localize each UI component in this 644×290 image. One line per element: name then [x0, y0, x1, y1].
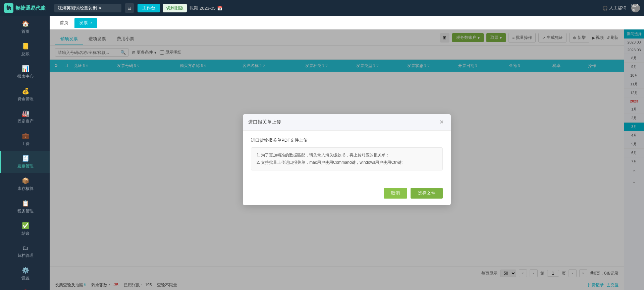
invoice-icon: 🧾: [22, 155, 29, 162]
home-icon: 🏠: [22, 20, 29, 27]
modal-close-button[interactable]: ✕: [437, 118, 445, 126]
modal-title: 进口报关单上传: [248, 119, 281, 125]
sidebar-item-inventory[interactable]: 📦 库存核算: [0, 173, 50, 196]
import-customs-modal: 进口报关单上传 ✕ 进口货物报关单PDF文件上传 1. 为了更加精准的数据匹配，…: [243, 114, 451, 205]
workspace-button[interactable]: 工作台: [138, 4, 160, 12]
logo-icon: 畅: [4, 3, 13, 13]
modal-overlay: 进口报关单上传 ✕ 进口货物报关单PDF文件上传 1. 为了更加精准的数据匹配，…: [50, 29, 644, 290]
sidebar-item-ledger[interactable]: 📒 总账: [0, 39, 50, 61]
chevron-down-icon: ▾: [99, 6, 101, 11]
modal-body: 进口货物报关单PDF文件上传 1. 为了更加精准的数据匹配，请先录入海关缴款书，…: [243, 131, 451, 184]
tab-invoice[interactable]: 发票 ×: [74, 18, 97, 28]
tab-close-icon[interactable]: ×: [91, 21, 93, 25]
funds-icon: 💰: [22, 87, 29, 95]
calendar-icon[interactable]: 📅: [217, 6, 222, 11]
modal-cancel-button[interactable]: 取消: [384, 188, 407, 199]
sidebar-item-settings[interactable]: ⚙️ 设置: [0, 263, 50, 285]
modal-info-item-1: 2. 支持批量上传进口报关单，mac用户使用Command键，windows用户…: [257, 159, 437, 166]
top-bar-right: 🎧 人工咨询 徐泽华: [602, 4, 640, 12]
switch-button[interactable]: 切到旧版: [163, 4, 187, 12]
settlement-icon: ✅: [22, 222, 29, 229]
content-area: 销项发票 进项发票 费用小票 ⊞ 税务数账户 ▾: [50, 29, 644, 290]
print-icon[interactable]: ⊟: [125, 3, 134, 13]
company-selector[interactable]: 沈海英测试经营勿删 ▾: [54, 4, 121, 12]
modal-info-item-0: 1. 为了更加精准的数据匹配，请先录入海关缴款书，再上传对应的报关单；: [257, 152, 437, 159]
period-display: 账期 2023-05 📅: [190, 5, 222, 11]
main-content: 首页 发票 × 销项发票 进项发票: [50, 16, 644, 290]
sidebar-item-guide[interactable]: 🎯 新手引导: [0, 285, 50, 290]
sidebar: 🏠 首页 📒 总账 📊 报表中心 💰 资金管理 🏭 固定资产 💼 工资 🧾 发票…: [0, 16, 50, 290]
ledger-icon: 📒: [22, 43, 29, 50]
fixed-assets-icon: 🏭: [22, 110, 29, 117]
tab-bar: 首页 发票 ×: [50, 16, 644, 29]
sidebar-item-archive[interactable]: 🗂 归档管理: [0, 240, 50, 263]
inventory-icon: 📦: [22, 177, 29, 185]
tax-icon: 📋: [22, 200, 29, 207]
app-logo: 畅 畅捷通易代账: [4, 3, 48, 13]
sidebar-item-fixed-assets[interactable]: 🏭 固定资产: [0, 106, 50, 128]
headset-icon: 🎧: [602, 6, 608, 11]
top-bar: 畅 畅捷通易代账 沈海英测试经营勿删 ▾ ⊟ 工作台 切到旧版 账期 2023-…: [0, 0, 644, 16]
sidebar-item-payroll[interactable]: 💼 工资: [0, 128, 50, 151]
sidebar-item-home[interactable]: 🏠 首页: [0, 16, 50, 39]
settings-icon: ⚙️: [22, 267, 29, 274]
sidebar-item-reports[interactable]: 📊 报表中心: [0, 61, 50, 83]
sidebar-item-invoice[interactable]: 🧾 发票管理: [0, 151, 50, 173]
top-bar-icons: ⊟: [125, 3, 134, 13]
modal-select-file-button[interactable]: 选择文件: [411, 188, 443, 199]
close-icon: ✕: [439, 119, 444, 125]
sidebar-item-tax[interactable]: 📋 税务管理: [0, 196, 50, 218]
archive-icon: 🗂: [22, 244, 29, 251]
tab-home[interactable]: 首页: [55, 18, 73, 28]
avatar: 徐泽华: [631, 4, 640, 12]
modal-footer: 取消 选择文件: [243, 184, 451, 205]
user-menu[interactable]: 徐泽华: [631, 4, 640, 12]
modal-info-box: 1. 为了更加精准的数据匹配，请先录入海关缴款书，再上传对应的报关单； 2. 支…: [251, 147, 443, 170]
reports-icon: 📊: [22, 65, 29, 72]
modal-section-title: 进口货物报关单PDF文件上传: [251, 137, 443, 143]
payroll-icon: 💼: [22, 132, 29, 140]
layout: 🏠 首页 📒 总账 📊 报表中心 💰 资金管理 🏭 固定资产 💼 工资 🧾 发票…: [0, 16, 644, 290]
sidebar-item-funds[interactable]: 💰 资金管理: [0, 83, 50, 106]
modal-header: 进口报关单上传 ✕: [243, 114, 451, 131]
sidebar-item-settlement[interactable]: ✅ 结账: [0, 218, 50, 240]
support-button[interactable]: 🎧 人工咨询: [602, 5, 627, 11]
